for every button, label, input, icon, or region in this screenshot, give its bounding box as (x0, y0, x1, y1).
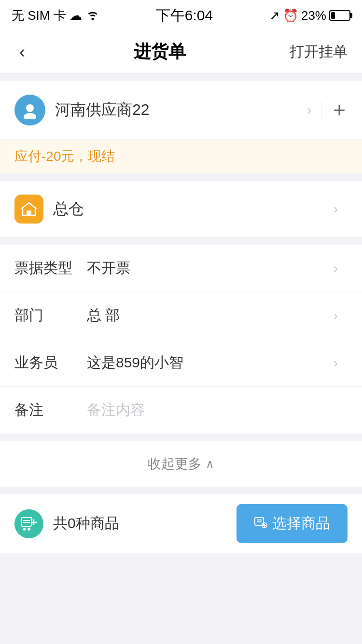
avatar (14, 95, 45, 126)
collapse-icon: ∧ (206, 457, 214, 471)
invoice-type-label: 票据类型 (14, 258, 87, 278)
department-value: 总 部 (87, 306, 334, 325)
svg-point-0 (26, 104, 34, 112)
chevron-right-icon: › (334, 308, 338, 323)
supplier-row[interactable]: 河南供应商22 › + (0, 81, 362, 140)
collapse-label: 收起更多 (148, 455, 202, 473)
battery-percent: 23% (301, 8, 326, 23)
vertical-divider (321, 99, 321, 121)
open-pending-button[interactable]: 打开挂单 (290, 42, 348, 62)
department-row[interactable]: 部门 总 部 › (0, 292, 362, 339)
supplier-name: 河南供应商22 (55, 99, 307, 121)
wifi-icon (86, 8, 99, 23)
status-time: 下午6:04 (156, 6, 213, 26)
salesperson-value: 这是859的小智 (87, 353, 334, 373)
form-section: 票据类型 不开票 › 部门 总 部 › 业务员 这是859的小智 › 备注 备注… (0, 245, 362, 434)
collapse-row[interactable]: 收起更多 ∧ (0, 441, 362, 487)
cart-icon (20, 517, 38, 531)
sim-label: 无 SIM 卡 ☁ (12, 7, 82, 24)
warehouse-name: 总仓 (53, 198, 334, 220)
invoice-type-value: 不开票 (87, 258, 334, 278)
nav-bar: ‹ 进货单 打开挂单 (0, 31, 362, 73)
status-bar: 无 SIM 卡 ☁ 下午6:04 ↗ ⏰ 23% (0, 0, 362, 31)
chevron-right-icon: › (334, 201, 338, 217)
supplier-section: 河南供应商22 › + 应付-20元，现结 (0, 81, 362, 173)
remark-row[interactable]: 备注 备注内容 (0, 387, 362, 434)
notice-band: 应付-20元，现结 (0, 140, 362, 173)
svg-rect-4 (21, 518, 32, 526)
warehouse-row[interactable]: 总仓 › (0, 181, 362, 237)
salesperson-label: 业务员 (14, 353, 87, 373)
status-left: 无 SIM 卡 ☁ (12, 7, 99, 24)
select-product-button[interactable]: 选择商品 (237, 504, 348, 543)
department-label: 部门 (14, 306, 87, 325)
remark-label: 备注 (14, 400, 87, 420)
bottom-bar: 共0种商品 选择商品 (0, 494, 362, 553)
product-count: 共0种商品 (53, 514, 237, 533)
back-button[interactable]: ‹ (14, 37, 30, 67)
cart-icon-wrap (14, 509, 43, 538)
chevron-right-icon: › (307, 102, 311, 118)
person-icon (21, 101, 39, 119)
svg-point-1 (24, 113, 36, 119)
chevron-right-icon: › (334, 261, 338, 276)
svg-rect-3 (27, 210, 31, 215)
invoice-type-row[interactable]: 票据类型 不开票 › (0, 245, 362, 292)
select-btn-icon (254, 516, 267, 532)
status-right: ↗ ⏰ 23% (269, 8, 350, 23)
location-icon: ↗ (269, 8, 280, 23)
add-supplier-button[interactable]: + (331, 98, 348, 122)
battery-icon (329, 10, 350, 21)
svg-point-8 (28, 528, 30, 531)
house-icon (21, 202, 37, 216)
select-btn-label: 选择商品 (272, 514, 330, 533)
warehouse-icon-wrap (14, 195, 43, 224)
svg-point-7 (23, 528, 26, 531)
chevron-right-icon: › (334, 355, 338, 371)
alarm-icon: ⏰ (283, 8, 298, 23)
remark-input[interactable]: 备注内容 (87, 400, 348, 420)
main-content: 河南供应商22 › + 应付-20元，现结 总仓 › 票据类型 不开票 › 部门 (0, 73, 362, 553)
page-title: 进货单 (134, 40, 186, 64)
salesperson-row[interactable]: 业务员 这是859的小智 › (0, 339, 362, 387)
